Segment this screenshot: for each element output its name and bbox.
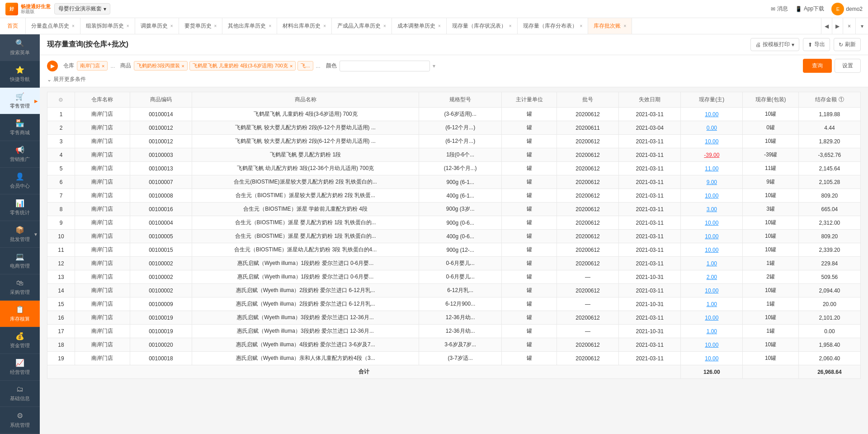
refresh-btn[interactable]: ↻ 刷新	[834, 38, 861, 51]
product-more-icon[interactable]: ...	[316, 63, 321, 69]
tab-prev-btn[interactable]: ◀	[821, 18, 832, 34]
sidebar-item-retail-mgmt[interactable]: 🛒 零售管理 ▶	[0, 88, 40, 114]
export-btn[interactable]: ⬆ 导出	[803, 38, 830, 51]
product-tag-close-icon-2[interactable]: ×	[290, 63, 292, 69]
megaphone-icon: 📢	[15, 146, 24, 154]
cell-qty[interactable]: 10.00	[681, 352, 743, 365]
tab-home[interactable]: 首页	[0, 18, 26, 34]
account-dropdown[interactable]: 母婴行业演示账套 ▾	[54, 3, 110, 14]
tab-next-btn[interactable]: ▶	[832, 18, 843, 34]
tab-close-icon[interactable]: ×	[383, 24, 386, 28]
table-row: 13 南岸门店 00100002 惠氏启赋（Wyeth illuma）1段奶粉 …	[47, 270, 861, 284]
tab-close-icon[interactable]: ×	[438, 24, 441, 28]
sidebar-item-inventory[interactable]: 📋 库存核算	[0, 301, 40, 327]
warehouse-more-icon[interactable]: ...	[110, 63, 115, 69]
tab-close-icon[interactable]: ×	[509, 24, 512, 28]
chevron-down-icon3: ⌄	[47, 76, 52, 83]
cell-qty[interactable]: -39.00	[681, 148, 743, 162]
tab-xiancunliang-status[interactable]: 现存量（库存状况表） ×	[447, 18, 518, 34]
product-tag-text-3: 飞...	[301, 62, 310, 69]
tab-close-icon[interactable]: ×	[214, 24, 217, 28]
cell-balance: 665.04	[798, 203, 860, 216]
tab-fenliangpandian[interactable]: 分量盘点单历史 ×	[26, 18, 80, 34]
sidebar-item-finance[interactable]: 💰 资金管理	[0, 327, 40, 354]
user-area[interactable]: E demo2	[831, 3, 863, 15]
tab-close-icon[interactable]: ×	[269, 24, 271, 28]
cell-expire: 2021-03-04	[619, 121, 681, 135]
tab-kucun-batch[interactable]: 库存批次账 ×	[588, 18, 632, 34]
color-filter-input[interactable]	[340, 61, 430, 71]
tab-yaohuo[interactable]: 要货单历史 ×	[179, 18, 223, 34]
cell-qty[interactable]: 10.00	[681, 243, 743, 257]
tab-close-icon[interactable]: ×	[623, 24, 626, 28]
sidebar-item-operations[interactable]: 📈 经营管理	[0, 354, 40, 381]
app-download-btn[interactable]: 📱 App下载	[795, 5, 824, 13]
tab-close-icon[interactable]: ×	[127, 24, 129, 28]
product-tag-close-icon-1[interactable]: ×	[182, 63, 184, 69]
page-actions: 🖨 按模板打印 ▾ ⬆ 导出 ↻ 刷新	[750, 38, 861, 51]
cell-name: 合生元（BIOSTIME）派星 婴儿配方奶粉 1段 乳铁蛋白的...	[192, 216, 419, 230]
cell-qty[interactable]: 1.00	[681, 257, 743, 270]
table-row: 2 南岸门店 00100012 飞鹤星飞帆 较大婴儿配方奶粉 2段(6-12个月…	[47, 121, 861, 135]
tab-cailiaochuku[interactable]: 材料出库单历史 ×	[277, 18, 332, 34]
table-body: 1 南岸门店 00100014 飞鹤星飞帆 儿童奶粉 4段(3-6岁适用) 70…	[47, 108, 861, 379]
logo-icon: 好	[5, 3, 18, 15]
sidebar-item-member[interactable]: 👤 会员中心	[0, 168, 40, 194]
tab-menu-btn[interactable]: ▾	[855, 18, 868, 34]
color-filter-chevron[interactable]: ▾	[433, 63, 435, 69]
query-btn[interactable]: 查询	[803, 59, 832, 73]
shop-icon: 🏪	[15, 119, 24, 127]
tab-close-icon[interactable]: ×	[323, 24, 326, 28]
tab-chenben[interactable]: 成本调整单历史 ×	[392, 18, 447, 34]
cell-qty[interactable]: 10.00	[681, 338, 743, 352]
cell-unit: 罐	[502, 162, 557, 175]
sidebar-item-system[interactable]: ⚙ 系统管理	[0, 407, 40, 434]
cell-qty[interactable]: 1.00	[681, 325, 743, 338]
tab-close-icon[interactable]: ×	[580, 24, 583, 28]
cell-qty[interactable]: 2.00	[681, 270, 743, 284]
sidebar-item-wholesale[interactable]: 📦 批发管理 ▼	[0, 221, 40, 248]
tab-diaobo[interactable]: 调拨单历史 ×	[135, 18, 179, 34]
cell-qty[interactable]: 0.00	[681, 121, 743, 135]
cell-qty[interactable]: 1.00	[681, 297, 743, 311]
cell-index: 9	[47, 216, 75, 230]
cell-qty[interactable]: 11.00	[681, 162, 743, 175]
sidebar-item-basics[interactable]: 🗂 基础信息	[0, 381, 40, 407]
cell-qty[interactable]: 10.00	[681, 189, 743, 203]
message-btn[interactable]: ✉ 消息	[771, 5, 788, 13]
cell-qty[interactable]: 10.00	[681, 230, 743, 243]
cell-name: 惠氏启赋（Wyeth illuma）2段奶粉 爱尔兰进口 6-12月乳...	[192, 297, 419, 311]
sidebar-item-search[interactable]: 🔍 搜索英单	[0, 34, 40, 61]
settings-gear-icon[interactable]: ⚙	[58, 97, 63, 103]
warehouse-tag-close-icon[interactable]: ×	[102, 63, 104, 69]
sidebar-item-retail-shop[interactable]: 🏪 零售商城	[0, 114, 40, 141]
cell-qty[interactable]: 10.00	[681, 284, 743, 297]
expand-more-filter[interactable]: ⌄ 展开更多条件	[47, 75, 861, 83]
sidebar-item-retail-stats[interactable]: 📊 零售统计	[0, 194, 40, 221]
tab-qtachuku[interactable]: 其他出库单历史 ×	[222, 18, 277, 34]
cell-qty[interactable]: 10.00	[681, 311, 743, 325]
tab-xiancunliang-dist[interactable]: 现存量（库存分布表） ×	[518, 18, 589, 34]
template-print-btn[interactable]: 🖨 按模板打印 ▾	[750, 38, 799, 51]
expand-filter-btn[interactable]: ▶	[47, 61, 58, 71]
cell-qty[interactable]: 10.00	[681, 216, 743, 230]
cell-qty[interactable]: 10.00	[681, 108, 743, 121]
tab-zuzhuangchaijian[interactable]: 组装拆卸单历史 ×	[80, 18, 135, 34]
cell-batch: 20200612	[557, 338, 619, 352]
sidebar-label-marketing: 营销推广	[10, 156, 30, 163]
sidebar-item-nav[interactable]: ⭐ 快捷导航	[0, 61, 40, 88]
tab-chengpinruku[interactable]: 产成品入库单历史 ×	[332, 18, 392, 34]
sidebar-item-ecommerce[interactable]: 💻 电商管理	[0, 248, 40, 274]
cell-qty[interactable]: 9.00	[681, 175, 743, 189]
sidebar-item-purchase[interactable]: 🛍 采购管理	[0, 274, 40, 301]
cell-balance: 2,101.20	[798, 311, 860, 325]
tab-close-icon[interactable]: ×	[170, 24, 173, 28]
product-tag-1: 飞鹤奶粉3段丙摆装 ×	[134, 61, 188, 71]
tab-close-icon[interactable]: ×	[72, 24, 75, 28]
cell-batch: 20200612	[557, 311, 619, 325]
settings-btn[interactable]: 设置	[835, 59, 861, 73]
tab-close-all-btn[interactable]: ×	[843, 18, 855, 34]
cell-qty[interactable]: 10.00	[681, 135, 743, 148]
sidebar-item-marketing[interactable]: 📢 营销推广	[0, 141, 40, 168]
cell-qty[interactable]: 3.00	[681, 203, 743, 216]
